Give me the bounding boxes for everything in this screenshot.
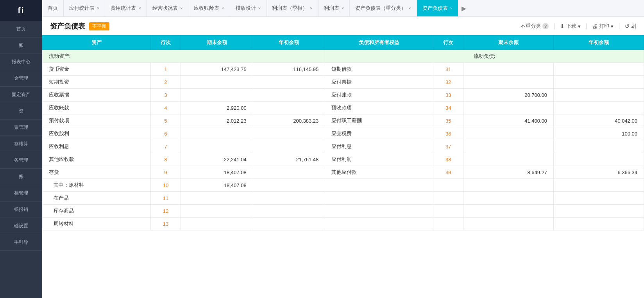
sidebar-item-capital[interactable]: 资 [0, 103, 42, 120]
table-cell-left-start [253, 89, 325, 102]
sidebar-item-inventory[interactable]: 存核算 [0, 136, 42, 152]
sidebar-item-home[interactable]: 首页 [0, 21, 42, 37]
tab-close-business-status[interactable]: × [180, 6, 182, 11]
divider-2 [586, 23, 587, 29]
table-cell-right-num: 33 [433, 89, 463, 102]
table-cell-left-end [181, 205, 253, 218]
refresh-icon: ↺ [625, 23, 630, 29]
sidebar-item-fixed-assets[interactable]: 固定资产 [0, 87, 42, 103]
sidebar-item-ledger[interactable]: 账 [0, 169, 42, 185]
table-cell-left-num: 2 [151, 76, 181, 89]
tab-profit[interactable]: 利润表 × [318, 0, 350, 16]
tab-close-profit-quarterly[interactable]: × [310, 6, 312, 11]
table-cell-left-end: 2,920.00 [181, 102, 253, 114]
tab-balance-reclassified[interactable]: 资产负债表（重分类） × [350, 0, 417, 16]
tab-scroll-arrow[interactable]: ▶ [458, 5, 469, 12]
table-cell-right-name: 短期借款 [325, 63, 433, 76]
print-label: 打印 [599, 23, 609, 30]
col-header-row-num-left: 行次 [151, 36, 181, 50]
table-cell-left-name: 存货 [43, 166, 151, 179]
table-cell-right-end [463, 153, 554, 166]
table-cell-left-name: 应收股利 [43, 127, 151, 140]
sidebar-item-ticket-management[interactable]: 票管理 [0, 120, 42, 136]
table-cell-left-start: 200,383.23 [253, 114, 325, 127]
tab-close-template-design[interactable]: × [258, 6, 261, 11]
sidebar-item-fund-management[interactable]: 金管理 [0, 70, 42, 87]
table-cell-right-end: 41,400.00 [463, 114, 554, 127]
table-cell-right-name: 应付职工薪酬 [325, 114, 433, 127]
sidebar-item-account[interactable]: 账 [0, 37, 42, 54]
tab-balance-sheet[interactable]: 资产负债表 × [417, 0, 458, 16]
tab-profit-quarterly[interactable]: 利润表（季报） × [267, 0, 318, 16]
table-cell-right-start [554, 140, 644, 153]
table-cell-left-num: 6 [151, 127, 181, 140]
table-cell-right-name: 应交税费 [325, 127, 433, 140]
tab-close-payable-stat[interactable]: × [97, 6, 99, 11]
tab-cost-stat[interactable]: 费用统计表 × [105, 0, 147, 16]
table-cell-left-num: 9 [151, 166, 181, 179]
table-cell-left-name: 货币资金 [43, 63, 151, 76]
table-cell-right-start [554, 205, 644, 218]
table-cell-left-num: 5 [151, 114, 181, 127]
table-cell-left-num: 11 [151, 192, 181, 205]
tab-receivable-aging[interactable]: 应收账龄表 × [188, 0, 230, 16]
tab-payable-stat[interactable]: 应付统计表 × [64, 0, 105, 16]
table-cell-left-end [181, 218, 253, 230]
table-cell-right-start [554, 63, 644, 76]
table-cell-left-start: 21,761.48 [253, 153, 325, 166]
tab-close-profit[interactable]: × [342, 6, 344, 11]
table-cell-right-start [554, 192, 644, 205]
sidebar-item-expense[interactable]: 畅报销 [0, 202, 42, 218]
tab-close-balance-sheet[interactable]: × [450, 6, 453, 11]
sidebar-item-file-management[interactable]: 档管理 [0, 185, 42, 202]
help-icon[interactable]: ? [542, 23, 549, 29]
table-cell-right-start [554, 179, 644, 192]
tab-home[interactable]: 首页 [42, 0, 64, 16]
header-actions: 不重分类 ? ⬇ 下载 ▾ 🖨 打印 ▾ ↺ 刷 [521, 23, 636, 30]
download-icon: ⬇ [560, 23, 565, 29]
table-cell-right-start: 100.00 [554, 127, 644, 140]
table-cell-right-num: 39 [433, 166, 463, 179]
sidebar-item-report-center[interactable]: 报表中心 [0, 54, 42, 70]
print-button[interactable]: 🖨 打印 ▾ [592, 23, 614, 30]
table-cell-left-name: 库存商品 [43, 205, 151, 218]
refresh-button[interactable]: ↺ 刷 [625, 23, 636, 30]
table-cell-right-end: 20,700.00 [463, 89, 554, 102]
table-cell-left-num: 3 [151, 89, 181, 102]
table-cell-left-start: 116,145.95 [253, 63, 325, 76]
table-cell-left-name: 预付款项 [43, 114, 151, 127]
col-header-end-balance-right: 期末余额 [463, 36, 554, 50]
tab-close-receivable-aging[interactable]: × [222, 6, 224, 11]
table-cell-left-num: 10 [151, 179, 181, 192]
table-cell-left-name: 应收票据 [43, 89, 151, 102]
download-label: 下载 [566, 23, 576, 30]
table-cell-left-end [181, 76, 253, 89]
tab-business-status[interactable]: 经营状况表 × [147, 0, 188, 16]
tab-close-cost-stat[interactable]: × [138, 6, 141, 11]
table-cell-left-name: 其他应收款 [43, 153, 151, 166]
download-button[interactable]: ⬇ 下载 ▾ [560, 23, 581, 30]
refresh-label: 刷 [631, 23, 636, 30]
table-cell-right-num: 35 [433, 114, 463, 127]
table-cell-right-start: 40,042.00 [554, 114, 644, 127]
tab-template-design[interactable]: 模版设计 × [230, 0, 267, 16]
table-cell-left-start [253, 218, 325, 230]
table-cell-right-start: 6,366.34 [554, 166, 644, 179]
no-reclassify-button[interactable]: 不重分类 ? [521, 23, 549, 30]
sidebar: fi 首页 账 报表中心 金管理 固定资产 资 票管理 存核算 务管理 账 档管… [0, 0, 42, 298]
table-cell-left-start [253, 205, 325, 218]
print-icon: 🖨 [592, 23, 597, 29]
sidebar-logo: fi [0, 0, 42, 21]
table-cell-right-end [463, 192, 554, 205]
table-cell-left-name: 应收账款 [43, 102, 151, 114]
table-cell-left-num: 12 [151, 205, 181, 218]
sidebar-item-guide[interactable]: 手引导 [0, 234, 42, 251]
table-cell-left-start [253, 127, 325, 140]
table-cell-right-end [463, 127, 554, 140]
table-cell-left-start [253, 76, 325, 89]
table-cell-left-start [253, 179, 325, 192]
tab-close-balance-reclassified[interactable]: × [408, 6, 411, 11]
sidebar-item-settings[interactable]: 础设置 [0, 218, 42, 234]
sidebar-item-business-management[interactable]: 务管理 [0, 152, 42, 169]
table-cell-left-start [253, 140, 325, 153]
